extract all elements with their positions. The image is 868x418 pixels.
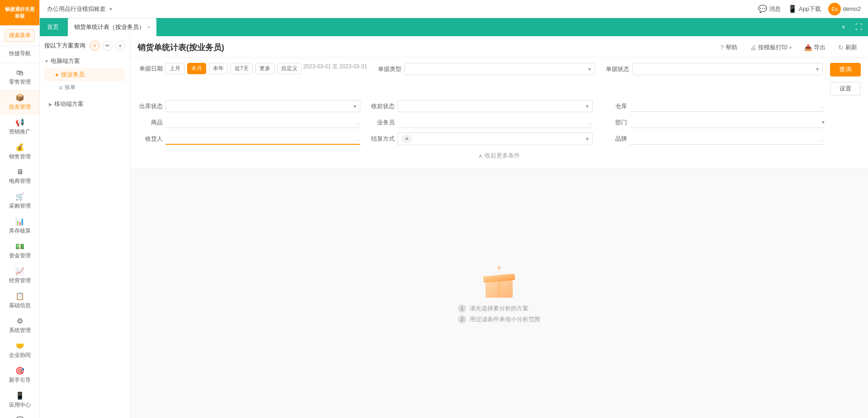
sidebar-item-retail[interactable]: 🛍 零售管理 <box>0 65 39 90</box>
retail-label: 零售管理 <box>9 78 31 86</box>
doc-type-arrow: ▾ <box>588 66 591 72</box>
edit-scheme-button[interactable]: ✏ <box>103 41 113 51</box>
avatar-initials: Ea <box>832 6 838 12</box>
settlement-tag-close[interactable]: × <box>405 136 408 142</box>
user-name: demo2 <box>843 5 861 12</box>
sidebar-item-inventory[interactable]: 📊 库存核算 <box>0 214 39 238</box>
pc-group-title[interactable]: ▼ 电脑端方案 <box>44 54 125 68</box>
date-btn-thisyear[interactable]: 本年 <box>209 63 228 74</box>
tab-home[interactable]: 首页 <box>40 18 66 36</box>
tab-close-icon[interactable]: × <box>147 24 150 30</box>
help-button[interactable]: ? 帮助 <box>717 42 741 53</box>
mobile-scheme-group[interactable]: ▶ 移动端方案 <box>40 97 130 111</box>
doc-type-select[interactable]: ▾ <box>404 63 595 75</box>
goods-dots[interactable]: … <box>354 119 360 126</box>
date-label: 单据日期 <box>137 65 163 73</box>
sales-label: 销售管理 <box>9 153 31 161</box>
app-download-button[interactable]: 📱 App下载 <box>788 5 821 13</box>
sidebar-item-purchase[interactable]: 🛒 采购管理 <box>0 189 39 214</box>
quicknav-label: 快捷导航 <box>9 50 31 57</box>
byorder-icon: ≡ <box>59 84 62 91</box>
user-menu-button[interactable]: Ea demo2 <box>828 3 861 15</box>
date-range-display: 2023-03-01 至 2023-03-31 <box>303 63 367 70</box>
page-actions: ? 帮助 🖨 按模板打印 ▾ 📤 导出 ↻ 刷新 <box>717 42 861 53</box>
consignee-label: 收货人 <box>137 135 163 143</box>
basic-icon: 📋 <box>15 292 24 300</box>
date-btn-lastmonth[interactable]: 上月 <box>165 63 184 74</box>
date-btn-7days[interactable]: 近7天 <box>231 63 253 74</box>
hint-text-1: 请先选择要分析的方案 <box>470 304 528 313</box>
inventory-icon: 📊 <box>15 217 24 226</box>
content-area: 按以下方案查询 + ✏ « ▼ 电脑端方案 <box>40 36 868 418</box>
brand-label: 品牌 <box>602 135 627 143</box>
message-button[interactable]: 💬 消息 <box>758 5 781 13</box>
sidebar-item-operation[interactable]: 📈 经营管理 <box>0 263 39 288</box>
date-btn-thismonth[interactable]: 本月 <box>187 63 206 74</box>
date-btn-custom[interactable]: 自定义 <box>277 63 302 74</box>
print-button[interactable]: 🖨 按模板打印 ▾ <box>746 42 795 53</box>
doc-status-select[interactable]: ▾ <box>632 63 823 75</box>
empty-icon <box>479 263 519 299</box>
sidebar: 畅捷通好生意 标版 搜索菜单 快捷导航 🛍 零售管理 📦 批发管理 📢 营销推广… <box>0 0 40 418</box>
basic-label: 基础信息 <box>9 302 31 309</box>
scheme-item-salesperson[interactable]: ● 按业务员 <box>44 68 125 81</box>
setting-button[interactable]: 设置 <box>830 82 861 95</box>
sidebar-item-basic[interactable]: 📋 基础信息 <box>0 288 39 313</box>
app-logo: 畅捷通好生意 标版 <box>0 0 39 25</box>
newguide-icon: 🎯 <box>15 366 24 375</box>
tab-current-label: 销货单统计表（按业务员） <box>74 23 145 31</box>
export-button[interactable]: 📤 导出 <box>801 42 829 53</box>
download-icon: 📱 <box>788 5 797 13</box>
sidebar-item-wholesale[interactable]: 📦 批发管理 <box>0 90 39 114</box>
out-status-control: ▾ <box>165 100 360 112</box>
add-icon: + <box>93 43 96 49</box>
tab-bar: 首页 销货单统计表（按业务员） × × ⛶ <box>40 18 868 36</box>
collapse-panel-button[interactable]: « <box>115 41 125 51</box>
sidebar-item-newguide[interactable]: 🎯 新手引导 <box>0 363 39 388</box>
purchase-icon: 🛒 <box>15 192 24 201</box>
collapse-button[interactable]: ∧ 收起更多条件 <box>137 149 861 162</box>
sales-icon: 💰 <box>15 143 24 152</box>
out-status-select[interactable]: ▾ <box>165 100 360 112</box>
consignee-dots[interactable]: … <box>354 135 360 142</box>
sidebar-item-finance[interactable]: 💵 资金管理 <box>0 238 39 263</box>
query-button[interactable]: 查询 <box>830 63 861 76</box>
warehouse-dots[interactable]: … <box>818 102 825 109</box>
account-dropdown-icon[interactable]: ▾ <box>109 6 112 12</box>
tab-current[interactable]: 销货单统计表（按业务员） × <box>68 18 156 36</box>
finance-icon: 💵 <box>15 242 24 251</box>
brand-dots[interactable]: … <box>818 135 825 142</box>
marketing-icon: 📢 <box>15 118 24 127</box>
sidebar-item-wechat[interactable]: 💬 企业微信 <box>0 413 39 418</box>
refresh-icon: ↻ <box>838 44 844 51</box>
tab-window-close-button[interactable]: × <box>837 24 850 31</box>
inventory-label: 库存核算 <box>9 227 31 235</box>
sidebar-item-system[interactable]: ⚙ 系统管理 <box>0 313 39 338</box>
search-menu-button[interactable]: 搜索菜单 <box>5 29 35 42</box>
scheme-sub-item-byorder[interactable]: ≡ 按单 <box>44 81 125 94</box>
wholesale-icon: 📦 <box>15 93 24 102</box>
print-dropdown-icon: ▾ <box>789 45 792 50</box>
sidebar-item-enterprise[interactable]: 🤝 企业协同 <box>0 338 39 363</box>
receipt-status-select[interactable]: ▾ <box>397 100 592 112</box>
help-icon: ? <box>720 44 724 51</box>
department-label: 部门 <box>602 119 627 127</box>
tab-maximize-button[interactable]: ⛶ <box>850 23 868 31</box>
sidebar-item-appcenter[interactable]: 📱 应用中心 <box>0 388 39 413</box>
avatar: Ea <box>828 3 841 15</box>
sidebar-item-quicknav[interactable]: 快捷导航 <box>0 46 39 61</box>
pc-group-arrow: ▼ <box>44 59 49 64</box>
app-download-label: App下载 <box>799 5 821 13</box>
sidebar-item-marketing[interactable]: 📢 营销推广 <box>0 114 39 139</box>
refresh-button[interactable]: ↻ 刷新 <box>835 42 861 53</box>
department-arrow: ▾ <box>822 119 825 125</box>
sidebar-item-ecommerce[interactable]: 🖥 电商管理 <box>0 164 39 189</box>
add-scheme-button[interactable]: + <box>90 41 100 51</box>
collapse-label: 收起更多条件 <box>485 152 520 160</box>
system-icon: ⚙ <box>17 317 23 325</box>
salesperson-dots[interactable]: … <box>586 119 593 126</box>
help-label: 帮助 <box>726 43 737 52</box>
sidebar-item-sales[interactable]: 💰 销售管理 <box>0 139 39 164</box>
date-btn-more[interactable]: 更多 <box>255 63 274 74</box>
active-scheme-label: 按业务员 <box>61 71 85 79</box>
